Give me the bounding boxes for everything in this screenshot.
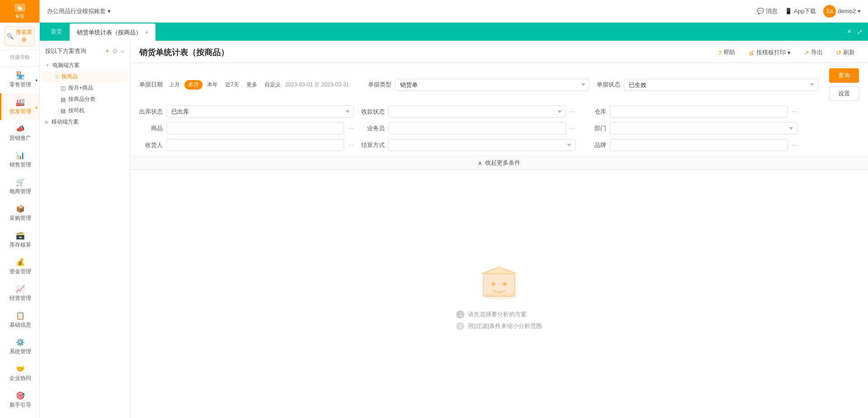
filter-brand: 品牌 ··· <box>583 139 797 151</box>
brand-more-icon[interactable]: ··· <box>792 141 797 149</box>
filter-doc-status: 单据状态 已生效 <box>597 79 818 91</box>
filter-salesperson: 业务员 ··· <box>361 122 576 134</box>
filter-row-3: 商品 ··· 业务员 ··· 部门 <box>139 122 859 134</box>
user-menu[interactable]: Ea demo2 ▾ <box>823 5 861 18</box>
warehouse-control: ··· <box>610 105 797 118</box>
account-selector[interactable]: 办公用品行业模拟账套 ▾ <box>47 7 751 15</box>
by-month-product-icon: ◫ <box>61 85 66 91</box>
help-button[interactable]: ? 帮助 <box>714 46 739 59</box>
doc-type-label: 单据类型 <box>368 81 392 89</box>
tab-close-icon[interactable]: × <box>145 29 148 36</box>
message-button[interactable]: 💬 消息 <box>757 7 778 15</box>
page-title-actions: ? 帮助 🖨 按模板打印 ▾ ↗ 导出 ↺ 刷新 <box>714 46 859 59</box>
product-control: ··· <box>166 122 354 134</box>
logo-icon: 畅 <box>13 3 27 12</box>
salesperson-input[interactable] <box>388 122 566 134</box>
by-cashier-icon: ▤ <box>61 108 66 114</box>
settlement-select[interactable] <box>388 139 576 151</box>
date-range-text: 2023-03-01 至 2023-03-31 <box>285 81 349 89</box>
sidebar-item-marketing[interactable]: 📣 营销推广 <box>0 120 39 147</box>
sidebar-item-sales-mgmt[interactable]: 📊 销售管理 <box>0 147 39 173</box>
tab-close-all-icon[interactable]: × <box>845 26 853 38</box>
settings-button[interactable]: 设置 <box>829 86 859 101</box>
collapse-panel-icon[interactable]: « <box>121 48 124 55</box>
sidebar-item-purchase[interactable]: 📦 采购管理 <box>0 200 39 227</box>
retail-icon: 🏪 <box>16 71 25 80</box>
product-more-icon[interactable]: ··· <box>348 124 354 133</box>
sidebar-item-finance[interactable]: 💰 资金管理 <box>0 253 39 280</box>
scheme-by-product[interactable]: ○ 按商品 <box>42 71 127 82</box>
query-button[interactable]: 查询 <box>829 68 859 83</box>
date-btn-last-month[interactable]: 上月 <box>166 80 183 90</box>
sidebar-menu: 🏪 零售管理 ▾ 🏭 批发管理 ▴ 📣 营销推广 📊 销售管理 🛒 电商管理 📦… <box>0 66 39 418</box>
logo-text: 标版 <box>15 13 24 19</box>
product-input[interactable] <box>166 122 344 134</box>
export-button[interactable]: ↗ 导出 <box>800 46 827 59</box>
filter-settlement: 结算方式 <box>361 139 576 151</box>
scheme-by-cashier[interactable]: ▤ 按司机 <box>42 105 127 116</box>
sidebar-item-ecommerce[interactable]: 🛒 电商管理 <box>0 173 39 200</box>
department-control <box>610 122 797 134</box>
svg-rect-3 <box>483 274 515 296</box>
brand-label: 品牌 <box>583 141 606 149</box>
filter-row-1: 单据日期 上月 本月 本年 近7天 更多 自定义 2023-03-01 至 20… <box>139 68 859 101</box>
header-right: 💬 消息 📱 App下载 Ea demo2 ▾ <box>757 5 861 18</box>
scheme-by-product-category[interactable]: ▤ 按商品分类 <box>42 94 127 105</box>
sidebar-item-cooperation[interactable]: 🤝 企业协同 <box>0 360 39 387</box>
salesperson-more-icon[interactable]: ··· <box>570 124 576 133</box>
header: 办公用品行业模拟账套 ▾ 💬 消息 📱 App下载 Ea demo2 ▾ <box>40 0 868 23</box>
warehouse-more-icon[interactable]: ··· <box>792 108 797 116</box>
download-icon: 📱 <box>785 8 792 14</box>
date-btn-this-year[interactable]: 本年 <box>204 80 221 90</box>
filter-receipt-status: 收款状态 ··· <box>361 105 576 118</box>
sidebar-item-inventory[interactable]: 🗃️ 库存核算 <box>0 227 39 253</box>
basic-info-icon: 📋 <box>16 311 25 320</box>
sales-mgmt-icon: 📊 <box>16 151 25 160</box>
search-menu-button[interactable]: 🔍 搜索菜单 <box>5 26 35 46</box>
sidebar-item-guide[interactable]: 🎯 新手引导 <box>0 387 39 413</box>
brand-control: ··· <box>610 139 797 151</box>
date-btn-last-7days[interactable]: 近7天 <box>222 80 242 90</box>
tab-home[interactable]: 首页 <box>43 23 70 41</box>
collapse-icon: ∧ <box>478 160 482 166</box>
date-btn-more[interactable]: 更多 <box>244 80 260 90</box>
empty-state: 1 请先选择要分析的方案 2 用[过滤]条件来缩小分析范围 <box>130 170 868 418</box>
user-chevron-icon: ▾ <box>858 8 861 14</box>
doc-status-select[interactable]: 已生效 <box>624 79 818 91</box>
scheme-mobile-parent[interactable]: ▶ 移动端方案 <box>42 116 127 128</box>
date-btn-custom[interactable]: 自定义 <box>262 80 283 90</box>
receipt-more-icon[interactable]: ··· <box>570 108 576 116</box>
sidebar-item-wholesale[interactable]: 🏭 批发管理 ▴ <box>0 93 39 120</box>
quick-nav-area: 快捷导航 <box>0 50 39 66</box>
scheme-desktop-parent[interactable]: ▼ 电脑端方案 <box>42 60 127 71</box>
recipient-label: 收货人 <box>139 141 163 149</box>
tab-sales-stats[interactable]: 销货单统计表（按商品） × <box>70 24 156 42</box>
refresh-button[interactable]: ↺ 刷新 <box>832 46 859 59</box>
sidebar-item-app-center[interactable]: 📱 应用中心 <box>0 413 39 418</box>
svg-point-5 <box>503 282 507 286</box>
sidebar-item-basic-info[interactable]: 📋 基础信息 <box>0 307 39 333</box>
brand-input[interactable] <box>610 139 788 151</box>
ecommerce-icon: 🛒 <box>16 178 25 186</box>
scheme-by-month-product[interactable]: ◫ 按月+商品 <box>42 82 127 94</box>
recipient-more-icon[interactable]: ··· <box>348 141 354 149</box>
date-quick-buttons: 上月 本月 本年 近7天 更多 自定义 <box>166 80 283 90</box>
doc-type-select[interactable]: 销货单 <box>395 79 590 91</box>
collapse-conditions-button[interactable]: ∧ 收起更多条件 <box>130 156 868 170</box>
app-download-button[interactable]: 📱 App下载 <box>785 7 816 15</box>
sidebar-item-system[interactable]: ⚙️ 系统管理 <box>0 333 39 360</box>
warehouse-input[interactable] <box>610 105 788 118</box>
date-control: 上月 本月 本年 近7天 更多 自定义 2023-03-01 至 2023-03… <box>166 80 361 90</box>
department-label: 部门 <box>583 124 606 133</box>
print-template-button[interactable]: 🖨 按模板打印 ▾ <box>745 46 795 59</box>
edit-scheme-icon[interactable]: ⚙ <box>112 48 118 55</box>
sidebar-item-retail[interactable]: 🏪 零售管理 ▾ <box>0 66 39 93</box>
warehouse-out-select[interactable]: 已出库 <box>166 105 354 118</box>
date-btn-this-month[interactable]: 本月 <box>184 80 203 90</box>
receipt-select[interactable] <box>388 105 566 118</box>
tab-expand-icon[interactable]: ⤢ <box>855 26 864 38</box>
recipient-input[interactable] <box>166 139 344 151</box>
department-select[interactable] <box>610 122 797 134</box>
sidebar-item-operations[interactable]: 📈 经营管理 <box>0 280 39 307</box>
add-scheme-icon[interactable]: + <box>105 47 109 55</box>
